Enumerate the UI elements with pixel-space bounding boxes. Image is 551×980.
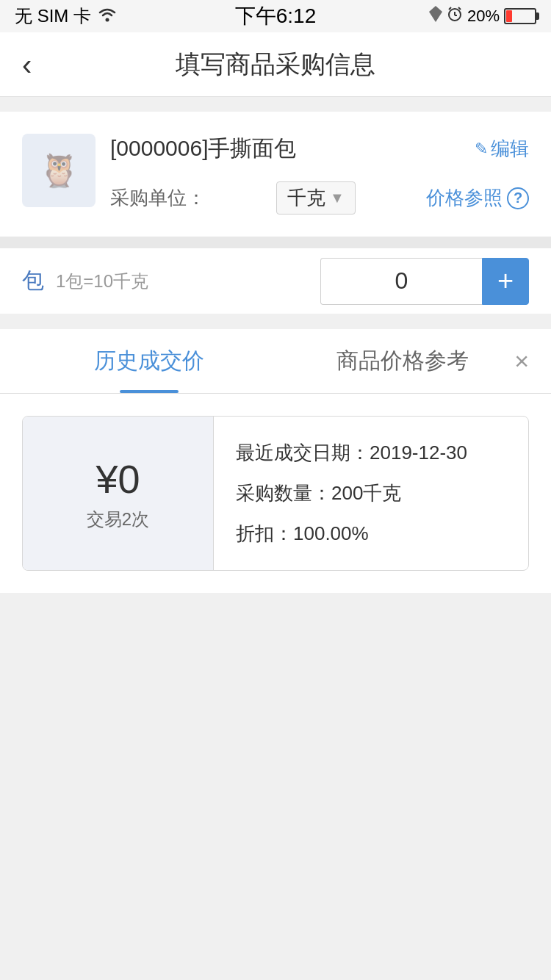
main-content: 无 SIM 卡 下午6:12 xyxy=(0,0,551,948)
purchase-qty-value: 200千克 xyxy=(331,482,401,504)
transaction-card: ¥0 交易2次 最近成交日期：2019-12-30 采购数量：200千克 折扣：… xyxy=(22,416,529,571)
recent-date-value: 2019-12-30 xyxy=(370,442,467,464)
quantity-input[interactable]: 0 xyxy=(320,258,482,305)
tab-close-button[interactable]: × xyxy=(514,347,529,375)
edit-icon: ✎ xyxy=(475,140,488,159)
transaction-qty-row: 采购数量：200千克 xyxy=(236,479,506,508)
product-info: [0000006]手撕面包 ✎ 编辑 采购单位： 千克 ▼ 价格参照 ? xyxy=(110,134,529,215)
transaction-date-row: 最近成交日期：2019-12-30 xyxy=(236,439,506,467)
discount-label: 折扣： xyxy=(236,522,293,544)
unit-value: 千克 xyxy=(287,185,325,211)
quantity-input-wrap: 0 + xyxy=(148,258,529,305)
battery-icon xyxy=(504,8,536,24)
transaction-price-left: ¥0 交易2次 xyxy=(23,417,214,570)
quantity-unit-sub: 1包=10千克 xyxy=(56,270,148,293)
status-time: 下午6:12 xyxy=(235,2,317,30)
status-left: 无 SIM 卡 xyxy=(15,4,118,28)
price-ref-help-icon: ? xyxy=(507,187,529,209)
discount-value: 100.00% xyxy=(293,522,369,544)
transaction-list: ¥0 交易2次 最近成交日期：2019-12-30 采购数量：200千克 折扣：… xyxy=(0,394,551,593)
transaction-details-right: 最近成交日期：2019-12-30 采购数量：200千克 折扣：100.00% xyxy=(214,417,528,570)
product-name-row: [0000006]手撕面包 ✎ 编辑 xyxy=(110,134,529,164)
purchase-unit-row: 采购单位： 千克 ▼ 价格参照 ? xyxy=(110,181,529,215)
product-thumb-icon: 🦉 xyxy=(39,151,79,190)
tab-history-label: 历史成交价 xyxy=(94,346,204,376)
unit-label: 采购单位： xyxy=(110,185,206,211)
product-name: [0000006]手撕面包 xyxy=(110,134,296,164)
plus-icon: + xyxy=(497,265,514,297)
recent-date-label: 最近成交日期： xyxy=(236,442,370,464)
product-header: 🦉 [0000006]手撕面包 ✎ 编辑 采购单位： 千克 ▼ xyxy=(22,134,529,215)
location-icon xyxy=(429,6,442,26)
product-card: 🦉 [0000006]手撕面包 ✎ 编辑 采购单位： 千克 ▼ xyxy=(0,112,551,237)
product-thumbnail: 🦉 xyxy=(22,134,96,207)
tabs-row: 历史成交价 商品价格参考 × xyxy=(0,329,551,394)
edit-button[interactable]: ✎ 编辑 xyxy=(475,136,529,162)
battery-percent: 20% xyxy=(467,7,500,26)
svg-point-0 xyxy=(106,18,109,22)
wifi-icon xyxy=(97,6,118,26)
quantity-plus-button[interactable]: + xyxy=(482,258,529,305)
unit-select[interactable]: 千克 ▼ xyxy=(276,181,356,215)
tab-product-label: 商品价格参考 xyxy=(336,346,469,376)
edit-label: 编辑 xyxy=(491,136,529,162)
price-ref-button[interactable]: 价格参照 ? xyxy=(426,185,529,211)
quantity-value: 0 xyxy=(395,267,408,295)
svg-line-5 xyxy=(458,7,461,10)
nav-bar: ‹ 填写商品采购信息 xyxy=(0,32,551,97)
tab-product-price[interactable]: 商品价格参考 xyxy=(276,329,529,393)
section-divider xyxy=(0,237,551,248)
price-ref-label: 价格参照 xyxy=(426,185,503,211)
purchase-qty-label: 采购数量： xyxy=(236,482,331,504)
page-title: 填写商品采购信息 xyxy=(176,48,375,82)
tab-active-underline xyxy=(120,390,179,393)
transaction-count: 交易2次 xyxy=(87,508,149,531)
svg-line-4 xyxy=(449,7,451,10)
transaction-price: ¥0 xyxy=(96,456,140,502)
alarm-icon xyxy=(447,6,463,26)
quantity-unit-label: 包 xyxy=(22,266,44,296)
transaction-discount-row: 折扣：100.00% xyxy=(236,519,506,548)
quantity-row: 包 1包=10千克 0 + xyxy=(0,248,551,314)
back-button[interactable]: ‹ xyxy=(22,50,32,79)
tab-history-price[interactable]: 历史成交价 xyxy=(22,329,276,393)
unit-arrow-icon: ▼ xyxy=(330,190,345,206)
status-bar: 无 SIM 卡 下午6:12 xyxy=(0,0,551,32)
bottom-panel: 历史成交价 商品价格参考 × ¥0 交易2次 最近成交日期：2019-12-30 xyxy=(0,329,551,593)
status-right: 20% xyxy=(429,6,536,26)
carrier-label: 无 SIM 卡 xyxy=(15,4,91,28)
